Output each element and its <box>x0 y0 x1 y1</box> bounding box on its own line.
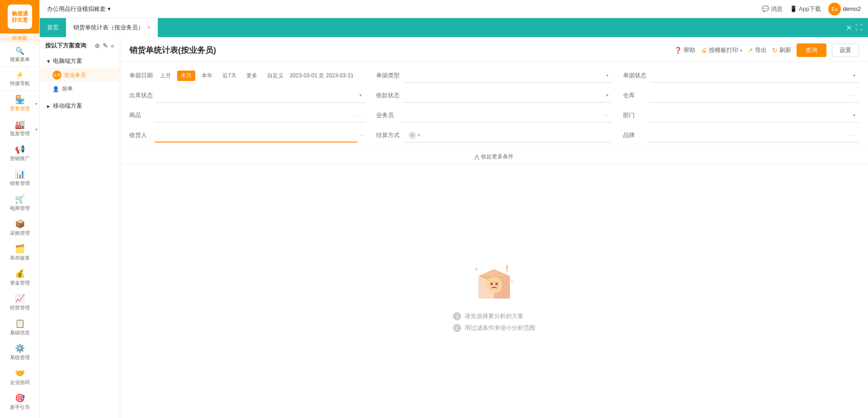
sidebar-item-collab[interactable]: 🤝 企业协同 <box>0 365 39 390</box>
sidebar-wholesale-label: 批发管理 <box>10 130 30 137</box>
sidebar-search[interactable]: 🔍 搜索菜单 <box>0 43 39 67</box>
window-maximize-button[interactable]: ⛶ <box>855 24 863 32</box>
svg-text:✦: ✦ <box>510 279 514 284</box>
panel-header-actions: ⊕ ✎ « <box>94 42 114 49</box>
svg-text:!: ! <box>505 263 509 273</box>
warehouse-dots-icon[interactable]: ··· <box>849 91 855 100</box>
product-input[interactable]: ··· <box>155 108 365 123</box>
sidebar-purchase-label: 采购管理 <box>10 230 30 237</box>
collapse-button[interactable]: ⋀ 收起更多条件 <box>475 153 514 161</box>
empty-tips: 1 请先选择要分析的方案 2 用过滤条件来缩小分析范围 <box>453 312 535 332</box>
tab-close-icon[interactable]: × <box>147 24 151 31</box>
user-profile[interactable]: Ea demo2 <box>828 3 861 15</box>
sidebar-logo[interactable]: 畅捷通 好生意 <box>0 0 39 33</box>
date-filter: 上月 本月 本年 近7天 更多 自定义 2023-03-01 至 2023-03… <box>156 71 365 81</box>
date-btn-this-year[interactable]: 本年 <box>198 71 216 81</box>
message-button[interactable]: 💬 消息 <box>762 5 783 13</box>
sidebar-item-wholesale[interactable]: 🏭 批发管理 ▴ <box>0 116 39 141</box>
out-status-select[interactable]: ▾ <box>156 88 365 103</box>
refresh-icon: ↻ <box>772 47 778 54</box>
sidebar-item-marketing[interactable]: 📢 营销推广 <box>0 141 39 166</box>
wholesale-arrow-icon: ▴ <box>35 126 38 131</box>
settle-select[interactable]: ✕ ▾ <box>403 128 612 142</box>
sidebar-item-purchase[interactable]: 📦 采购管理 <box>0 215 39 240</box>
sidebar-quick-nav[interactable]: ⚡ 快捷导航 <box>0 67 39 91</box>
date-btn-more[interactable]: 更多 <box>243 71 261 81</box>
logo-label: 标准版 <box>0 33 39 43</box>
query-button[interactable]: 查询 <box>797 43 826 57</box>
product-dots-icon[interactable]: ··· <box>356 111 362 119</box>
sidebar-item-finance[interactable]: 💰 资金管理 <box>0 265 39 290</box>
settle-clear-icon[interactable]: ✕ <box>409 132 416 139</box>
sidebar-item-retail[interactable]: 🏪 零售管理 ▾ <box>0 91 39 116</box>
print-label: 按模板打印 <box>709 46 738 54</box>
receiver-dots-icon[interactable]: ··· <box>359 131 365 139</box>
company-selector[interactable]: 办公用品行业模拟账套 ▾ <box>47 5 111 13</box>
tab-sales-stats[interactable]: 销货单统计表（按业务员） × <box>66 18 158 37</box>
product-label: 商品 <box>129 111 151 119</box>
doc-status-label: 单据状态 <box>623 71 646 80</box>
setting-button[interactable]: 设置 <box>832 43 859 57</box>
salesperson-dots-icon[interactable]: ··· <box>603 111 609 119</box>
panel-order-item[interactable]: 👤 按单 <box>40 82 120 95</box>
page-title: 销货单统计表(按业务员) <box>129 45 216 56</box>
logo-inner: 畅捷通 好生意 <box>8 5 32 29</box>
dept-arrow-icon: ▾ <box>853 113 855 118</box>
page-actions: ❓ 帮助 🖨 按模板打印 ▾ ↗ 导出 ↻ 刷新 <box>674 43 859 57</box>
pay-status-arrow-icon: ▾ <box>606 93 609 98</box>
window-close-button[interactable]: ✕ <box>846 24 852 32</box>
panel-edit-icon[interactable]: ✎ <box>103 42 108 49</box>
print-button[interactable]: 🖨 按模板打印 ▾ <box>701 46 742 54</box>
filter-settle: 结算方式 ✕ ▾ <box>376 128 612 142</box>
salesperson-icon: 业务 <box>52 71 61 80</box>
sidebar-item-operations[interactable]: 📈 经营管理 <box>0 290 39 315</box>
date-btn-last-month[interactable]: 上月 <box>156 71 175 81</box>
doc-type-label: 单据类型 <box>376 71 400 80</box>
desktop-section-header[interactable]: ▾ 电脑端方案 <box>40 54 120 68</box>
inventory-icon: 🗂️ <box>15 244 25 254</box>
sidebar-ecommerce-label: 电商管理 <box>10 205 30 212</box>
panel-add-icon[interactable]: ⊕ <box>94 42 100 49</box>
date-btn-this-month[interactable]: 本月 <box>177 71 195 81</box>
sidebar-item-sales[interactable]: 📊 销售管理 <box>0 166 39 190</box>
sidebar-item-guide[interactable]: 🎯 新手引导 <box>0 390 39 414</box>
sidebar-collab-label: 企业协同 <box>10 379 30 386</box>
sidebar-item-ecommerce[interactable]: 🛒 电商管理 <box>0 190 39 215</box>
tab-home[interactable]: 首页 <box>40 18 66 37</box>
sidebar-item-basics[interactable]: 📋 基础信息 <box>0 315 39 340</box>
doc-status-select[interactable]: ▾ <box>650 68 859 83</box>
sidebar-finance-label: 资金管理 <box>10 280 30 286</box>
salesperson-input[interactable]: ··· <box>401 108 612 123</box>
panel-salesperson-item[interactable]: 业务 按业务员 <box>40 68 120 82</box>
desktop-section-label: 电脑端方案 <box>53 57 82 65</box>
doc-type-select[interactable]: ▾ <box>403 68 612 83</box>
operations-icon: 📈 <box>15 294 25 304</box>
date-btn-custom[interactable]: 自定义 <box>264 71 287 81</box>
panel-title: 按以下方案查询 <box>45 42 86 50</box>
brand-dots-icon[interactable]: ··· <box>849 131 855 139</box>
desktop-arrow-icon: ▾ <box>47 58 50 65</box>
panel-collapse-icon[interactable]: « <box>111 42 114 49</box>
warehouse-input[interactable]: ··· <box>648 88 859 103</box>
brand-input[interactable]: ··· <box>648 128 859 142</box>
sales-icon: 📊 <box>15 169 25 179</box>
dept-select[interactable]: ▾ <box>648 108 859 123</box>
collapse-label: 收起更多条件 <box>481 153 514 161</box>
sidebar-item-system[interactable]: ⚙️ 系统管理 <box>0 340 39 365</box>
app-download-button[interactable]: 📱 App下载 <box>790 5 821 13</box>
filter-row-1: 单据日期 上月 本月 本年 近7天 更多 自定义 2023-03-01 至 20… <box>129 68 859 83</box>
pay-status-select[interactable]: ▾ <box>403 88 612 103</box>
filter-salesperson: 业务员 ··· <box>376 108 612 123</box>
doc-status-arrow-icon: ▾ <box>853 73 855 78</box>
date-btn-7days[interactable]: 近7天 <box>219 71 240 81</box>
help-button[interactable]: ❓ 帮助 <box>674 46 695 54</box>
tip-text-1: 请先选择要分析的方案 <box>465 312 524 320</box>
export-button[interactable]: ↗ 导出 <box>748 46 767 54</box>
receiver-input[interactable] <box>155 128 358 142</box>
sidebar-item-apps[interactable]: 🔲 应用中心 <box>0 414 39 418</box>
mobile-section-header[interactable]: ▸ 移动端方案 <box>40 99 120 113</box>
refresh-button[interactable]: ↻ 刷新 <box>772 46 791 54</box>
sidebar-system-label: 系统管理 <box>10 354 30 361</box>
refresh-label: 刷新 <box>779 46 791 54</box>
sidebar-item-inventory[interactable]: 🗂️ 库存核算 <box>0 240 39 265</box>
